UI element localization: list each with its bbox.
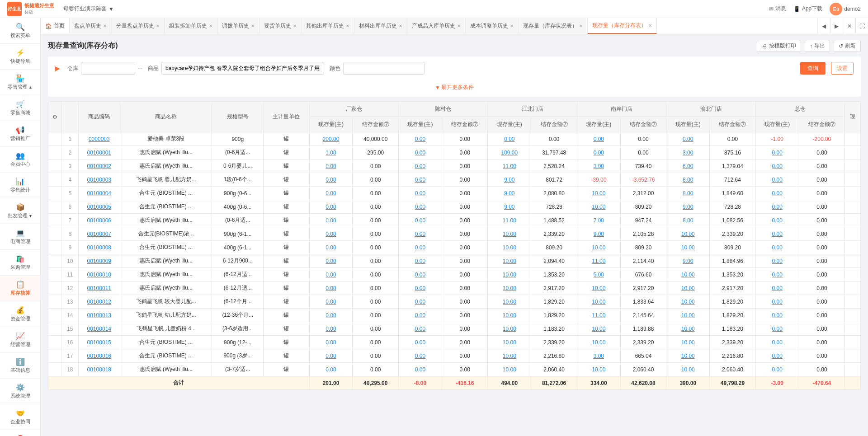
tab-close-icon[interactable]: ✕ <box>510 23 514 28</box>
row-f-qty[interactable]: 0.00 <box>309 173 353 187</box>
row-z-qty[interactable]: 0.00 <box>755 187 799 200</box>
row-code[interactable]: 00100001 <box>78 146 120 159</box>
row-n-qty[interactable]: 10.00 <box>577 281 620 295</box>
row-f-qty[interactable]: 0.00 <box>309 268 353 281</box>
row-z-qty[interactable]: 0.00 <box>755 295 799 309</box>
sidebar-item-finance[interactable]: 💰 资金管理 <box>0 301 40 327</box>
row-f-qty[interactable]: 0.00 <box>309 322 353 336</box>
row-n-qty[interactable]: 10.00 <box>577 336 620 349</box>
row-c-qty[interactable]: 0.00 <box>398 146 442 159</box>
row-code[interactable]: 00100010 <box>78 268 120 281</box>
color-input[interactable] <box>343 62 425 75</box>
row-z-qty[interactable]: 0.00 <box>755 200 799 214</box>
row-z-qty[interactable]: 0.00 <box>755 363 799 376</box>
expand-more-btn[interactable]: ▼ 展开更多条件 <box>435 84 474 91</box>
row-j-qty[interactable]: 10.00 <box>488 281 531 295</box>
row-y-qty[interactable]: 10.00 <box>666 227 710 241</box>
row-f-qty[interactable]: 0.00 <box>309 309 353 322</box>
row-c-qty[interactable]: 0.00 <box>398 363 442 376</box>
tab-prev-btn[interactable]: ◀ <box>817 18 830 34</box>
row-f-qty[interactable]: 0.00 <box>309 227 353 241</box>
tab-close-icon[interactable]: ✕ <box>346 23 349 28</box>
sidebar-item-basic-info[interactable]: ℹ️ 基础信息 <box>0 353 40 379</box>
sidebar-item-retail-stats[interactable]: 📊 零售统计 <box>0 173 40 198</box>
row-n-qty[interactable]: 5.00 <box>577 268 620 281</box>
tab-maximize-btn[interactable]: ⛶ <box>855 18 868 34</box>
tab-partial-stocktake[interactable]: 分量盘点单历史 ✕ <box>112 18 165 34</box>
row-code[interactable]: 00100008 <box>78 241 120 254</box>
row-z-qty[interactable]: 0.00 <box>755 214 799 227</box>
row-y-qty[interactable]: 6.00 <box>666 159 710 173</box>
row-f-qty[interactable]: 0.00 <box>309 241 353 254</box>
tab-close-icon[interactable]: ✕ <box>399 23 402 28</box>
row-code[interactable]: 00100004 <box>78 187 120 200</box>
row-y-qty[interactable]: 8.00 <box>666 173 710 187</box>
row-j-qty[interactable]: 11.00 <box>488 159 531 173</box>
row-f-qty[interactable]: 0.00 <box>309 254 353 268</box>
tab-assembly[interactable]: 组装拆卸单历史 ✕ <box>165 18 217 34</box>
row-n-qty[interactable]: 10.00 <box>577 187 620 200</box>
row-code[interactable]: 00100013 <box>78 309 120 322</box>
row-j-qty[interactable]: 10.00 <box>488 336 531 349</box>
row-j-qty[interactable]: 10.00 <box>488 227 531 241</box>
row-code[interactable]: 00100006 <box>78 214 120 227</box>
row-f-qty[interactable]: 0.00 <box>309 349 353 363</box>
row-n-qty[interactable]: 9.00 <box>577 227 620 241</box>
row-j-qty[interactable]: 9.00 <box>488 200 531 214</box>
row-code[interactable]: 00100002 <box>78 159 120 173</box>
row-n-qty[interactable]: 0.00 <box>577 146 620 159</box>
expand-arrow-icon[interactable]: ▶ <box>55 65 60 72</box>
sidebar-item-retail-mgmt[interactable]: 🏪 零售管理 ▲ <box>0 70 40 95</box>
print-btn[interactable]: 🖨 按模版打印 <box>757 40 801 52</box>
row-code[interactable]: 00100012 <box>78 295 120 309</box>
row-f-qty[interactable]: 0.00 <box>309 200 353 214</box>
row-c-qty[interactable]: 0.00 <box>398 173 442 187</box>
row-y-qty[interactable]: 10.00 <box>666 363 710 376</box>
row-y-qty[interactable]: 3.00 <box>666 146 710 159</box>
row-n-qty[interactable]: 10.00 <box>577 295 620 309</box>
row-code[interactable]: 00100015 <box>78 336 120 349</box>
row-f-qty[interactable]: 0.00 <box>309 159 353 173</box>
row-f-qty[interactable]: 0.00 <box>309 295 353 309</box>
row-f-qty[interactable]: 0.00 <box>309 363 353 376</box>
row-y-qty[interactable]: 8.00 <box>666 214 710 227</box>
sidebar-item-retail-shop[interactable]: 🛒 零售商城 <box>0 95 40 121</box>
sidebar-item-purchase[interactable]: 🛍️ 采购管理 <box>0 250 40 276</box>
company-select[interactable]: 母婴行业演示陈套 ▼ <box>63 5 114 13</box>
row-n-qty[interactable]: 11.00 <box>577 309 620 322</box>
row-c-qty[interactable]: 0.00 <box>398 227 442 241</box>
row-z-qty[interactable]: 0.00 <box>755 268 799 281</box>
sidebar-item-marketing[interactable]: 📢 营销推广 <box>0 121 40 147</box>
row-n-qty[interactable]: 11.00 <box>577 254 620 268</box>
row-c-qty[interactable]: 0.00 <box>398 309 442 322</box>
row-c-qty[interactable]: 0.00 <box>398 132 442 146</box>
row-f-qty[interactable]: 0.00 <box>309 214 353 227</box>
row-n-qty[interactable]: -39.00 <box>577 173 620 187</box>
row-y-qty[interactable]: 10.00 <box>666 268 710 281</box>
row-z-qty[interactable]: 0.00 <box>755 349 799 363</box>
row-y-qty[interactable]: 0.00 <box>666 132 710 146</box>
row-code[interactable]: 00100011 <box>78 281 120 295</box>
row-n-qty[interactable]: 10.00 <box>577 322 620 336</box>
row-f-qty[interactable]: 0.00 <box>309 281 353 295</box>
row-c-qty[interactable]: 0.00 <box>398 214 442 227</box>
user-menu[interactable]: Ea demo2 <box>830 3 861 15</box>
row-j-qty[interactable]: 0.00 <box>488 132 531 146</box>
row-z-qty[interactable]: 0.00 <box>755 336 799 349</box>
row-n-qty[interactable]: 10.00 <box>577 363 620 376</box>
row-j-qty[interactable]: 9.00 <box>488 173 531 187</box>
row-z-qty[interactable]: 0.00 <box>755 146 799 159</box>
tab-close-icon[interactable]: ✕ <box>648 23 652 28</box>
tab-next-btn[interactable]: ▶ <box>830 18 843 34</box>
sidebar-item-enterprise[interactable]: 🤝 企业协同 <box>0 404 40 430</box>
row-c-qty[interactable]: 0.00 <box>398 336 442 349</box>
tab-close-icon[interactable]: ✕ <box>209 23 212 28</box>
row-y-qty[interactable]: 10.00 <box>666 281 710 295</box>
row-y-qty[interactable]: 10.00 <box>666 309 710 322</box>
sidebar-item-system[interactable]: ⚙️ 系统管理 <box>0 379 40 404</box>
tab-stocktake[interactable]: 盘点单历史 ✕ <box>70 18 112 34</box>
row-c-qty[interactable]: 0.00 <box>398 187 442 200</box>
row-n-qty[interactable]: 10.00 <box>577 200 620 214</box>
app-download-btn[interactable]: 📱 App下载 <box>793 5 822 13</box>
row-j-qty[interactable]: 10.00 <box>488 363 531 376</box>
